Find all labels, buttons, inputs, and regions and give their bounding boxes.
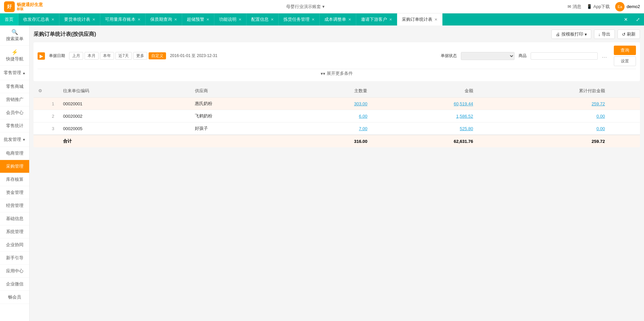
- date-btn-this-year[interactable]: 本年: [100, 52, 114, 60]
- amount-cell[interactable]: 1,586.52: [371, 110, 477, 122]
- expand-more-button[interactable]: ▾▾ 展开更多条件: [38, 69, 636, 78]
- supplier-col-header: 供应商: [191, 85, 289, 98]
- footer-settings-cell: [34, 135, 47, 147]
- status-label: 单据状态: [441, 53, 457, 59]
- amount-cell[interactable]: 60,519.44: [371, 98, 477, 110]
- quantity-cell[interactable]: 6.00: [289, 110, 372, 122]
- phone-icon: 📱: [587, 4, 592, 9]
- quantity-cell[interactable]: 7.00: [289, 122, 372, 135]
- close-tab-pick-task[interactable]: ✕: [312, 17, 315, 22]
- date-label: 单据日期: [49, 53, 65, 59]
- dropdown-arrow-icon: ▾: [585, 32, 587, 37]
- table-container: ⚙ 往来单位编码 供应商 主数量 金额 累计付款金额 1: [34, 85, 640, 147]
- goods-input[interactable]: [531, 52, 598, 60]
- sidebar-item-newbie[interactable]: 新手引导: [0, 252, 29, 265]
- user-profile[interactable]: Ea demo2: [615, 2, 640, 11]
- filter-toggle-button[interactable]: ▶: [38, 52, 45, 60]
- table-row: 2 00020002 飞鹤奶粉 6.00 1,586.52 0.00: [34, 110, 640, 122]
- sidebar-item-quick-nav[interactable]: ⚡ 快捷导航: [0, 46, 29, 66]
- sidebar-item-wholesale[interactable]: 批发管理 ▼: [0, 132, 29, 147]
- table-row: 1 00020001 惠氏奶粉 303.00 60,519.44 259.72: [34, 98, 640, 110]
- sidebar-item-app-center[interactable]: 应用中心: [0, 265, 29, 278]
- sidebar-item-members[interactable]: 会员中心: [0, 106, 29, 119]
- filter-row: ▶ 单据日期 上月 本月 本年 近7天 更多 自定义 2016-01-01 至 …: [38, 46, 636, 66]
- unit-code-col-header: 往来单位编码: [59, 85, 191, 98]
- sidebar-item-ecommerce[interactable]: 电商管理: [0, 147, 29, 160]
- close-tab-func-desc[interactable]: ✕: [238, 17, 241, 22]
- tab-collect-pay[interactable]: 收发存汇总表 ✕: [18, 13, 59, 25]
- company-selector[interactable]: 母婴行业演示账套 ▾: [286, 4, 325, 10]
- status-select[interactable]: [461, 52, 515, 60]
- row-num-cell: 2: [47, 110, 59, 122]
- sidebar-item-search[interactable]: 🔍 搜索菜单: [0, 25, 29, 46]
- goods-more-icon[interactable]: …: [602, 53, 607, 59]
- tab-home[interactable]: 首页: [0, 13, 18, 25]
- tab-config-info[interactable]: 配置信息 ✕: [247, 13, 279, 25]
- tab-cost-adjust[interactable]: 成本调整单 ✕: [320, 13, 356, 25]
- export-button[interactable]: ↓ 导出: [594, 30, 615, 39]
- rownum-col-header: [47, 85, 59, 98]
- sidebar-item-system[interactable]: 系统管理: [0, 225, 29, 238]
- tab-pick-task[interactable]: 拣货任务管理 ✕: [279, 13, 320, 25]
- sidebar-item-retail-mall[interactable]: 零售商城: [0, 80, 29, 93]
- sidebar-item-stock[interactable]: 库存核算: [0, 173, 29, 186]
- sidebar-item-marketing[interactable]: 营销推广: [0, 93, 29, 106]
- close-all-tabs-button[interactable]: ✕: [620, 13, 632, 25]
- paid-amount-cell[interactable]: 259.72: [477, 98, 609, 110]
- message-button[interactable]: ✉ 消息: [568, 4, 581, 10]
- app-download-button[interactable]: 📱 App下载: [587, 4, 610, 10]
- close-tab-goods-stats[interactable]: ✕: [92, 17, 95, 22]
- tab-purchase-stats[interactable]: 采购订单统计表 ✕: [397, 13, 442, 25]
- tab-expiry-query[interactable]: 保质期查询 ✕: [146, 13, 182, 25]
- amount-cell[interactable]: 525.80: [371, 122, 477, 135]
- footer-extra-cell: [609, 135, 640, 147]
- tab-over-stock[interactable]: 超储预警 ✕: [182, 13, 214, 25]
- top-bar-right: ✉ 消息 📱 App下载 Ea demo2: [568, 2, 640, 11]
- logo-icon: 好: [4, 1, 15, 12]
- date-btn-last-month[interactable]: 上月: [69, 52, 83, 60]
- tab-goods-stats[interactable]: 要货单统计表 ✕: [59, 13, 100, 25]
- quantity-cell[interactable]: 303.00: [289, 98, 372, 110]
- close-tab-collect-pay[interactable]: ✕: [51, 17, 54, 22]
- goods-label: 商品: [519, 53, 527, 59]
- sidebar-item-finance[interactable]: 资金管理: [0, 186, 29, 199]
- sidebar-item-retail-stats[interactable]: 零售统计: [0, 119, 29, 132]
- refresh-button[interactable]: ↺ 刷新: [618, 30, 640, 39]
- close-tab-over-stock[interactable]: ✕: [206, 17, 209, 22]
- close-tab-config-info[interactable]: ✕: [271, 17, 274, 22]
- tab-usable-stock[interactable]: 可用量库存账本 ✕: [100, 13, 146, 25]
- sidebar-item-retail[interactable]: 零售管理 ▲: [0, 66, 29, 80]
- query-button[interactable]: 查询: [614, 46, 636, 55]
- extra-col-header: [609, 85, 640, 98]
- nav-tabs: 首页 收发存汇总表 ✕ 要货单统计表 ✕ 可用量库存账本 ✕ 保质期查询 ✕ 超…: [0, 13, 644, 25]
- column-settings-icon[interactable]: ⚙: [38, 88, 43, 94]
- sidebar-item-purchase[interactable]: 采购管理: [0, 160, 29, 173]
- paid-amount-cell[interactable]: 0.00: [477, 110, 609, 122]
- extra-cell: [609, 110, 640, 122]
- message-icon: ✉: [568, 4, 571, 9]
- paid-amount-cell[interactable]: 0.00: [477, 122, 609, 135]
- row-num-cell: 3: [47, 122, 59, 135]
- close-tab-cost-adjust[interactable]: ✕: [348, 17, 351, 22]
- sidebar-item-wechat[interactable]: 企业微信: [0, 278, 29, 291]
- settings-col-header: ⚙: [34, 85, 47, 98]
- close-tab-purchase-stats[interactable]: ✕: [434, 17, 437, 22]
- tab-func-desc[interactable]: 功能说明 ✕: [214, 13, 247, 25]
- sidebar-item-vip[interactable]: 畅会员: [0, 291, 29, 304]
- sidebar-item-operations[interactable]: 经营管理: [0, 199, 29, 212]
- date-custom-badge[interactable]: 自定义: [149, 52, 166, 59]
- sidebar-item-enterprise[interactable]: 企业协同: [0, 238, 29, 252]
- supplier-cell: 飞鹤奶粉: [191, 110, 289, 122]
- close-tab-expiry-query[interactable]: ✕: [174, 17, 177, 22]
- date-btn-more[interactable]: 更多: [133, 52, 147, 60]
- sidebar-item-basics[interactable]: 基础信息: [0, 212, 29, 225]
- row-settings-cell: [34, 110, 47, 122]
- tab-invite-downstream[interactable]: 邀请下游客户 ✕: [356, 13, 397, 25]
- date-btn-this-month[interactable]: 本月: [85, 52, 99, 60]
- settings-button[interactable]: 设置: [614, 56, 636, 66]
- date-btn-last-7days[interactable]: 近7天: [115, 52, 132, 60]
- template-print-button[interactable]: 🖨 按模板打印 ▾: [551, 30, 591, 39]
- maximize-button[interactable]: ⤢: [632, 13, 644, 25]
- close-tab-invite-downstream[interactable]: ✕: [389, 17, 392, 22]
- close-tab-usable-stock[interactable]: ✕: [138, 17, 141, 22]
